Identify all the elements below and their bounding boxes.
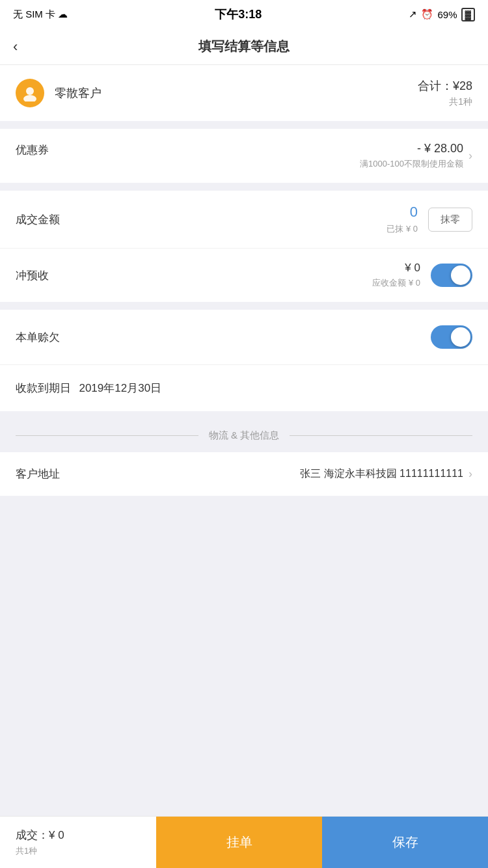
pre-receive-sub: 应收金额 ¥ 0: [372, 277, 420, 289]
deal-amount-row: 成交金额 0 已抹 ¥ 0 抹零: [0, 191, 488, 249]
battery-icon: ▓: [461, 8, 475, 21]
debt-row: 本单赊欠: [0, 310, 488, 364]
customer-row: 零散客户 合计：¥28 共1种: [0, 65, 488, 121]
logistics-header: 物流 & 其他信息: [0, 419, 488, 452]
coupon-label: 优惠券: [16, 142, 49, 159]
debt-section: 本单赊欠 收款到期日 2019年12月30日: [0, 310, 488, 411]
deal-label: 成交金额: [16, 212, 60, 227]
customer-left: 零散客户: [16, 79, 102, 107]
deal-right: 0 已抹 ¥ 0 抹零: [386, 204, 472, 235]
save-button[interactable]: 保存: [322, 817, 488, 868]
pre-receive-right: ¥ 0 应收金额 ¥ 0: [372, 262, 472, 289]
signal-text: 无 SIM 卡 ☁: [13, 8, 68, 21]
address-chevron: ›: [468, 467, 472, 481]
coupon-value: - ¥ 28.00: [360, 142, 463, 156]
coupon-sub: 满1000-100不限制使用金额: [360, 158, 463, 170]
bottom-bar: 成交：¥ 0 共1种 挂单 保存: [0, 816, 488, 868]
bottom-deal-value: ¥ 0: [49, 829, 64, 841]
deal-sub: 已抹 ¥ 0: [386, 223, 418, 235]
status-left: 无 SIM 卡 ☁: [13, 8, 68, 21]
back-button[interactable]: ‹: [13, 38, 18, 55]
status-bar: 无 SIM 卡 ☁ 下午3:18 ↗ ⏰ 69% ▓: [0, 0, 488, 29]
content: 零散客户 合计：¥28 共1种 优惠券 - ¥ 28.00 满1000-100不…: [0, 65, 488, 691]
svg-point-1: [23, 95, 36, 102]
customer-name: 零散客户: [55, 85, 102, 101]
address-label: 客户地址: [16, 467, 60, 481]
coupon-chevron: ›: [468, 149, 472, 163]
address-right: 张三 海淀永丰科技园 11111111111 ›: [300, 467, 472, 481]
bottom-buttons: 挂单 保存: [156, 817, 488, 868]
logistics-line-right: [290, 435, 472, 436]
customer-total: 合计：¥28: [418, 78, 472, 94]
address-row[interactable]: 客户地址 张三 海淀永丰科技园 11111111111 ›: [0, 452, 488, 496]
due-date-label: 收款到期日: [16, 382, 71, 394]
coupon-value-group: - ¥ 28.00 满1000-100不限制使用金额: [360, 142, 463, 170]
coupon-row[interactable]: 优惠券 - ¥ 28.00 满1000-100不限制使用金额 ›: [0, 129, 488, 183]
logistics-line-left: [16, 435, 198, 436]
svg-point-0: [26, 87, 34, 95]
debt-toggle[interactable]: [431, 325, 472, 349]
nav-bar: ‹ 填写结算等信息: [0, 29, 488, 65]
nav-title: 填写结算等信息: [198, 38, 290, 55]
customer-count: 共1种: [418, 96, 472, 108]
address-value: 张三 海淀永丰科技园 11111111111: [300, 467, 463, 481]
bottom-deal: 成交：¥ 0: [16, 828, 141, 843]
location-icon: ↗: [409, 8, 417, 20]
pre-receive-toggle[interactable]: [431, 264, 472, 287]
deal-value[interactable]: 0: [386, 204, 418, 221]
alarm-icon: ⏰: [421, 8, 433, 20]
empty-area: [0, 496, 488, 626]
hang-button[interactable]: 挂单: [156, 817, 322, 868]
status-right: ↗ ⏰ 69% ▓: [409, 8, 475, 21]
logistics-title: 物流 & 其他信息: [209, 429, 279, 442]
customer-avatar: [16, 79, 44, 107]
battery-text: 69%: [437, 9, 457, 20]
customer-summary: 合计：¥28 共1种: [418, 78, 472, 108]
pre-receive-row: 冲预收 ¥ 0 应收金额 ¥ 0: [0, 249, 488, 302]
status-time: 下午3:18: [215, 7, 262, 22]
deal-section: 成交金额 0 已抹 ¥ 0 抹零 冲预收 ¥ 0 应收金额 ¥ 0: [0, 191, 488, 302]
round-zero-button[interactable]: 抹零: [428, 208, 472, 232]
pre-receive-values: ¥ 0 应收金额 ¥ 0: [372, 262, 420, 289]
pre-receive-label: 冲预收: [16, 268, 49, 283]
bottom-deal-label: 成交：: [16, 829, 49, 841]
coupon-card: 优惠券 - ¥ 28.00 满1000-100不限制使用金额 ›: [0, 129, 488, 183]
due-date-value: 2019年12月30日: [79, 382, 161, 394]
bottom-count: 共1种: [16, 845, 141, 857]
due-date-row: 收款到期日 2019年12月30日: [0, 364, 488, 411]
bottom-summary: 成交：¥ 0 共1种: [0, 828, 156, 857]
pre-receive-main: ¥ 0: [372, 262, 420, 275]
debt-label: 本单赊欠: [16, 330, 60, 345]
